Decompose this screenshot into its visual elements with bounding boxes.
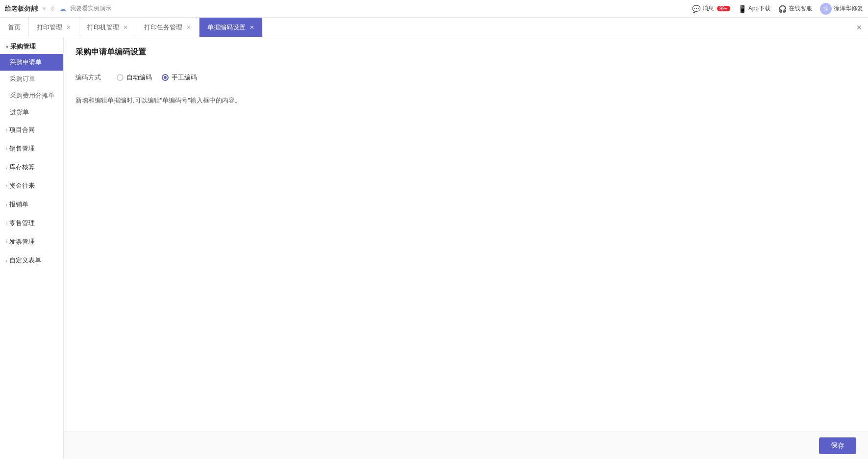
sidebar-group-sales[interactable]: › 销售管理: [0, 139, 63, 158]
sidebar-group-returns[interactable]: › 报销单: [0, 195, 63, 214]
tab-print-task-close[interactable]: ✕: [186, 24, 191, 31]
sidebar-item-stock-in[interactable]: 进货单: [0, 104, 63, 121]
tab-home-label: 首页: [8, 23, 21, 32]
top-bar-left: 给老板勿割! ▾ ⚙ ☁ 我要看实例演示: [5, 4, 111, 13]
tab-printer-mgmt[interactable]: 打印机管理 ✕: [79, 18, 136, 37]
brand-text: 给老板勿割!: [5, 4, 39, 13]
sidebar-group-funds-label: 资金往来: [9, 181, 35, 190]
app-download-label: App下载: [748, 4, 770, 13]
sidebar-group-returns-label: 报销单: [9, 200, 28, 209]
save-button[interactable]: 保存: [819, 437, 856, 454]
headset-icon: 🎧: [778, 5, 787, 13]
tab-printer-mgmt-close[interactable]: ✕: [123, 24, 128, 31]
sidebar-group-custom-forms[interactable]: › 自定义表单: [0, 251, 63, 270]
auto-code-label: 自动编码: [126, 73, 152, 82]
sidebar-group-funds[interactable]: › 资金往来: [0, 177, 63, 195]
content-footer: 保存: [64, 432, 868, 459]
message-badge: 99+: [717, 6, 730, 11]
sidebar-group-invoice[interactable]: › 发票管理: [0, 232, 63, 251]
sidebar-group-procurement[interactable]: ▾ 采购管理: [0, 37, 63, 54]
tab-barcode-setting[interactable]: 单据编码设置 ✕: [199, 18, 263, 37]
tab-print-task[interactable]: 打印任务管理 ✕: [136, 18, 199, 37]
chevron-right-icon-5: ›: [6, 202, 7, 207]
chevron-right-icon-6: ›: [6, 221, 7, 226]
top-bar: 给老板勿割! ▾ ⚙ ☁ 我要看实例演示 💬 消息 99+ 📱 App下载 🎧 …: [0, 0, 868, 18]
manual-code-option[interactable]: 手工编码: [162, 73, 197, 82]
tab-barcode-setting-label: 单据编码设置: [207, 23, 246, 32]
user-profile[interactable]: 徐 徐泽华修复: [820, 3, 863, 15]
chevron-right-icon-2: ›: [6, 146, 7, 152]
chevron-down-icon: ▾: [6, 44, 8, 50]
search-bar[interactable]: 我要看实例演示: [70, 4, 111, 13]
tab-barcode-setting-close[interactable]: ✕: [249, 24, 254, 31]
hint-text: 新增和编辑单据编时,可以编辑"单编码号"输入框中的内容。: [75, 96, 856, 105]
main-layout: ▾ 采购管理 采购申请单 采购订单 采购费用分摊单 进货单 › 项目合同 › 销…: [0, 37, 868, 459]
top-bar-right: 💬 消息 99+ 📱 App下载 🎧 在线客服 徐 徐泽华修复: [692, 3, 863, 15]
tab-bar: 首页 打印管理 ✕ 打印机管理 ✕ 打印任务管理 ✕ 单据编码设置 ✕ ✕: [0, 18, 868, 37]
message-icon: 💬: [692, 5, 700, 13]
search-text: 我要看实例演示: [70, 4, 111, 13]
tab-print-mgmt-label: 打印管理: [37, 23, 62, 32]
sidebar-item-purchase-request[interactable]: 采购申请单: [0, 54, 63, 71]
app-download-button[interactable]: 📱 App下载: [738, 4, 770, 13]
close-all-button[interactable]: ✕: [850, 18, 868, 37]
content-area: 采购申请单编码设置 编码方式 自动编码 手工编码 新增和编辑单据编时,可以编辑"…: [64, 37, 868, 459]
chevron-right-icon: ›: [6, 128, 7, 133]
chevron-right-icon-7: ›: [6, 239, 7, 245]
sidebar: ▾ 采购管理 采购申请单 采购订单 采购费用分摊单 进货单 › 项目合同 › 销…: [0, 37, 64, 459]
online-service-label: 在线客服: [789, 4, 812, 13]
sidebar-group-invoice-label: 发票管理: [9, 237, 35, 246]
radio-group: 自动编码 手工编码: [117, 73, 197, 82]
page-title: 采购申请单编码设置: [75, 47, 856, 57]
sidebar-item-purchase-expense-label: 采购费用分摊单: [10, 92, 54, 99]
sidebar-item-purchase-expense[interactable]: 采购费用分摊单: [0, 87, 63, 104]
tab-print-mgmt[interactable]: 打印管理 ✕: [29, 18, 79, 37]
sidebar-item-purchase-request-label: 采购申请单: [10, 58, 42, 66]
encoding-mode-row: 编码方式 自动编码 手工编码: [75, 67, 856, 88]
manual-code-label: 手工编码: [172, 73, 197, 82]
auto-code-option[interactable]: 自动编码: [117, 73, 152, 82]
sidebar-group-project-contract-label: 项目合同: [9, 126, 35, 134]
auto-code-radio[interactable]: [117, 74, 124, 81]
sidebar-group-inventory-label: 库存核算: [9, 163, 35, 172]
chevron-right-icon-8: ›: [6, 258, 7, 263]
avatar: 徐: [820, 3, 832, 15]
sidebar-item-purchase-order-label: 采购订单: [10, 75, 35, 82]
chevron-right-icon-3: ›: [6, 165, 7, 170]
encoding-mode-label: 编码方式: [75, 73, 105, 82]
sidebar-group-retail-label: 零售管理: [9, 219, 35, 228]
sidebar-group-retail[interactable]: › 零售管理: [0, 214, 63, 232]
manual-code-radio[interactable]: [162, 74, 169, 81]
online-service-button[interactable]: 🎧 在线客服: [778, 4, 812, 13]
tab-print-task-label: 打印任务管理: [144, 23, 182, 32]
phone-icon: 📱: [738, 5, 746, 13]
sidebar-group-procurement-label: 采购管理: [10, 42, 36, 51]
sidebar-group-custom-forms-label: 自定义表单: [9, 256, 41, 265]
chevron-right-icon-4: ›: [6, 183, 7, 189]
tab-print-mgmt-close[interactable]: ✕: [66, 24, 71, 31]
message-label: 消息: [702, 4, 714, 13]
sidebar-item-purchase-order[interactable]: 采购订单: [0, 71, 63, 87]
cloud-icon: ☁: [59, 5, 66, 13]
tab-home[interactable]: 首页: [0, 18, 29, 37]
sidebar-group-inventory[interactable]: › 库存核算: [0, 158, 63, 177]
sidebar-item-stock-in-label: 进货单: [10, 108, 29, 116]
tab-printer-mgmt-label: 打印机管理: [87, 23, 119, 32]
sidebar-group-project-contract[interactable]: › 项目合同: [0, 121, 63, 139]
sidebar-group-sales-label: 销售管理: [9, 144, 35, 153]
message-button[interactable]: 💬 消息 99+: [692, 4, 730, 13]
content-body: 采购申请单编码设置 编码方式 自动编码 手工编码 新增和编辑单据编时,可以编辑"…: [64, 37, 868, 432]
user-name: 徐泽华修复: [834, 4, 863, 13]
